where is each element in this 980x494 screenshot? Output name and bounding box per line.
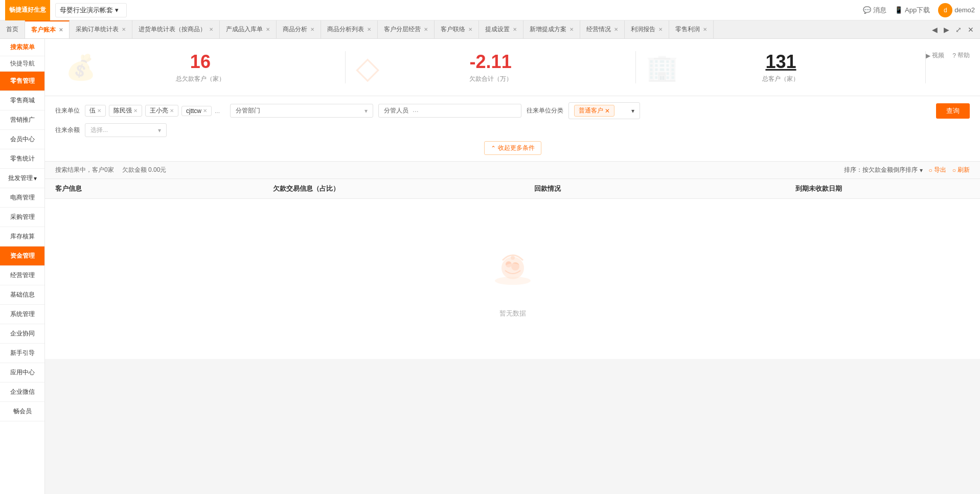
dept-filter-select[interactable]: 分管部门 ▾ — [230, 104, 373, 118]
close-icon[interactable]: ✕ — [513, 27, 517, 32]
sidebar-wholesale-label: 批发管理 ▾ — [2, 174, 42, 183]
person-filter-label: 分管人员 — [384, 106, 408, 115]
tab-maximize-icon[interactable]: ⤢ — [953, 25, 964, 35]
close-icon[interactable]: ✕ — [658, 27, 663, 32]
tab-commission-settings[interactable]: 提成设置 ✕ — [479, 20, 523, 39]
tab-product-inbound[interactable]: 产成品入库单 ✕ — [220, 20, 277, 39]
close-icon[interactable]: ✕ — [703, 27, 707, 32]
close-icon[interactable]: ✕ — [122, 27, 126, 32]
tab-purchase-order-label: 采购订单统计表 — [76, 25, 119, 34]
unit-tag-chen-close[interactable]: ✕ — [133, 108, 138, 114]
category-arrow-icon: ▾ — [631, 107, 634, 115]
query-button[interactable]: 查询 — [936, 103, 970, 119]
close-icon[interactable]: ✕ — [468, 27, 472, 32]
sidebar-item-retail-management[interactable]: 零售管理 — [0, 72, 44, 91]
tab-customer-ledger[interactable]: 客户账本 ✕ — [25, 20, 70, 39]
org-selector[interactable]: 母婴行业演示帐套 ▾ — [55, 3, 127, 17]
category-filter-select[interactable]: 普通客户 ✕ ▾ — [568, 102, 640, 119]
tab-customer-ledger-close[interactable]: ✕ — [59, 27, 63, 33]
sidebar-item-basic-info[interactable]: 基础信息 — [0, 285, 44, 305]
content-area: 💰 16 总欠款客户（家） ◇ -2.11 欠款合计（万） 🏢 131 总客户（… — [45, 39, 980, 494]
video-help-button[interactable]: ▶ 视频 — [926, 51, 944, 60]
sidebar-item-system[interactable]: 系统管理 — [0, 305, 44, 324]
tab-home[interactable]: 首页 — [0, 20, 25, 39]
unit-filter-tags: 伍 ✕ 陈民强 ✕ 王小亮 ✕ cjttcw ✕ ... — [85, 105, 220, 117]
sidebar-quick-nav[interactable]: 快捷导航 — [0, 56, 44, 72]
sidebar-item-ecommerce[interactable]: 电商管理 — [0, 188, 44, 208]
col-header-date: 到期未收款日期 — [795, 184, 970, 193]
unit-tag-wu[interactable]: 伍 ✕ — [85, 105, 106, 117]
selected-category-close-icon[interactable]: ✕ — [605, 107, 610, 115]
collapse-button[interactable]: ⌃ 收起更多条件 — [484, 141, 541, 155]
sidebar-item-marketing[interactable]: 营销推广 — [0, 110, 44, 130]
sidebar-item-vip[interactable]: 畅会员 — [0, 402, 44, 421]
export-button[interactable]: ○ 导出 — [929, 166, 946, 174]
tab-product-analysis[interactable]: 商品分析 ✕ — [277, 20, 321, 39]
tab-menu-icon[interactable]: ✕ — [966, 25, 976, 35]
category-filter-label: 往来单位分类 — [527, 106, 563, 115]
tab-label: 利润报告 — [631, 25, 655, 34]
avatar: d — [938, 3, 952, 17]
empty-state: 暂无数据 — [45, 199, 980, 359]
close-icon[interactable]: ✕ — [310, 27, 314, 32]
app-download-button[interactable]: 📱 App下载 — [895, 6, 930, 15]
tab-retail-profit[interactable]: 零售利润 ✕ — [669, 20, 714, 39]
unit-tag-wang-close[interactable]: ✕ — [170, 108, 174, 114]
sidebar-item-operations[interactable]: 经营管理 — [0, 266, 44, 285]
sidebar-item-app-center[interactable]: 应用中心 — [0, 363, 44, 383]
unit-tag-wu-close[interactable]: ✕ — [97, 108, 101, 114]
sidebar-item-purchase[interactable]: 采购管理 — [0, 208, 44, 227]
filter-more-button[interactable]: ... — [215, 107, 220, 115]
stat-total-debt-amount: ◇ -2.11 欠款合计（万） — [346, 47, 636, 87]
tab-add-commission[interactable]: 新增提成方案 ✕ — [523, 20, 580, 39]
balance-filter-select[interactable]: 选择... ▾ — [85, 123, 167, 137]
tab-customer-contact[interactable]: 客户联络 ✕ — [435, 20, 479, 39]
tab-profit-report[interactable]: 利润报告 ✕ — [625, 20, 669, 39]
unit-tag-cjttcw-close[interactable]: ✕ — [203, 108, 207, 114]
tab-scroll-right-icon[interactable]: ▶ — [942, 25, 951, 35]
sidebar-item-members[interactable]: 会员中心 — [0, 130, 44, 149]
sidebar-search[interactable]: 搜索菜单 — [0, 39, 44, 56]
close-icon[interactable]: ✕ — [209, 27, 213, 32]
selected-category-tag[interactable]: 普通客户 ✕ — [574, 105, 614, 117]
sidebar-item-retail-mall[interactable]: 零售商城 — [0, 91, 44, 110]
person-filter-dots-icon[interactable]: ··· — [413, 107, 419, 115]
sidebar-item-inventory[interactable]: 库存核算 — [0, 227, 44, 246]
sidebar-item-retail-stats[interactable]: 零售统计 — [0, 149, 44, 169]
unit-tag-cjttcw[interactable]: cjttcw ✕ — [181, 106, 212, 116]
col-header-customer: 客户信息 — [55, 184, 273, 193]
unit-tag-chen[interactable]: 陈民强 ✕ — [109, 105, 142, 117]
sidebar-item-beginner-guide[interactable]: 新手引导 — [0, 344, 44, 363]
tab-business-situation[interactable]: 经营情况 ✕ — [580, 20, 625, 39]
sidebar-item-finance[interactable]: 资金管理 — [0, 246, 44, 266]
close-icon[interactable]: ✕ — [424, 27, 428, 32]
tab-scroll-left-icon[interactable]: ◀ — [930, 25, 940, 35]
tab-product-analysis-list[interactable]: 商品分析列表 ✕ — [321, 20, 378, 39]
tab-purchase-stats-by-product[interactable]: 进货单统计表（按商品） ✕ — [132, 20, 220, 39]
tab-purchase-order-stats[interactable]: 采购订单统计表 ✕ — [70, 20, 132, 39]
person-filter-select[interactable]: 分管人员 ··· — [378, 104, 521, 118]
stat-value-debt: -2.11 — [470, 51, 512, 73]
table-area: 客户信息 欠款交易信息（占比） 回款情况 到期未收款日期 — [45, 179, 980, 359]
sort-selector[interactable]: 排序：按欠款金额倒序排序 ▾ — [844, 166, 923, 174]
filter-row-2: 往来余额 选择... ▾ — [55, 123, 970, 137]
col-header-repayment: 回款情况 — [534, 184, 795, 193]
balance-placeholder: 选择... — [90, 126, 108, 134]
close-icon[interactable]: ✕ — [614, 27, 618, 32]
user-menu[interactable]: d demo2 — [938, 3, 975, 17]
close-icon[interactable]: ✕ — [367, 27, 371, 32]
help-button[interactable]: ? 帮助 — [952, 51, 970, 60]
close-icon[interactable]: ✕ — [266, 27, 270, 32]
close-icon[interactable]: ✕ — [569, 27, 574, 32]
sidebar-item-enterprise-collab[interactable]: 企业协同 — [0, 324, 44, 344]
stat-icon-debt: ◇ — [356, 50, 379, 85]
refresh-button[interactable]: ○ 刷新 — [952, 166, 970, 174]
tab-customer-layered[interactable]: 客户分层经营 ✕ — [378, 20, 435, 39]
top-bar-right: 💬 消息 📱 App下载 d demo2 — [863, 3, 975, 17]
stat-icon-debtors: 💰 — [65, 53, 96, 82]
sidebar-item-enterprise-wechat[interactable]: 企业微信 — [0, 383, 44, 402]
sidebar-item-wholesale[interactable]: 批发管理 ▾ — [0, 169, 44, 188]
message-button[interactable]: 💬 消息 — [863, 6, 886, 15]
unit-tag-wang[interactable]: 王小亮 ✕ — [145, 105, 178, 117]
empty-icon — [487, 240, 538, 301]
